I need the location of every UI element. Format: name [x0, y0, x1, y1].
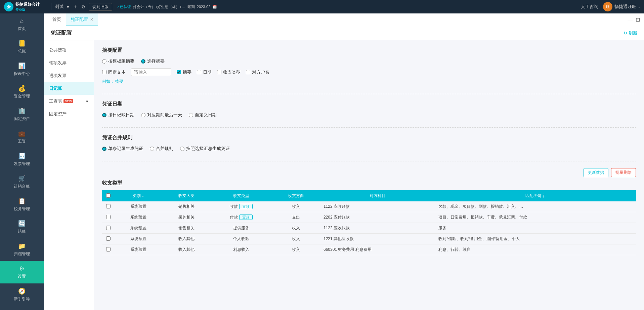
batch-delete-button[interactable]: 批量删除	[611, 168, 636, 177]
row-checkbox-cell[interactable]	[102, 244, 114, 255]
select-all-checkbox[interactable]	[106, 193, 111, 198]
sidebar-item-ledger[interactable]: 📒 总账	[0, 36, 44, 58]
tab-voucher-config[interactable]: 凭证配置 ✕	[66, 13, 98, 26]
user-menu[interactable]: 旺 畅捷通旺旺...	[603, 2, 640, 11]
summary-checkbox-row: 固定文本 摘要 日期 收支类型	[102, 68, 636, 76]
reports-icon: 📊	[18, 62, 26, 70]
sidebar-item-funds[interactable]: 💰 资金管理	[0, 81, 44, 103]
summary-checkbox-input[interactable]	[177, 70, 181, 74]
refresh-button[interactable]: ↻ 刷新	[624, 30, 637, 36]
radio-select[interactable]: 选择摘要	[141, 58, 165, 64]
col-category[interactable]: 类别 ↓	[114, 190, 162, 201]
radio-merge[interactable]: 合并规则	[150, 146, 173, 152]
tab-minimize-button[interactable]: —	[628, 17, 633, 23]
col-checkbox[interactable]	[102, 190, 114, 201]
row-checkbox-1[interactable]	[106, 215, 111, 219]
sidebar-item-tax[interactable]: 📋 税务管理	[0, 193, 44, 216]
company-dropdown-icon[interactable]: ▾	[67, 4, 69, 9]
sub-nav-public[interactable]: 公共选项	[44, 44, 94, 56]
sidebar-item-invoice[interactable]: 🧾 发票管理	[0, 148, 44, 171]
income-expense-title: 收支类型	[102, 180, 636, 186]
sidebar-item-assets[interactable]: 🏢 固定资产	[0, 103, 44, 126]
date-checkbox-input[interactable]	[197, 70, 201, 74]
radio-template[interactable]: 按模板版摘要	[102, 58, 134, 64]
fixed-text-input[interactable]	[131, 68, 171, 76]
row-checkbox-0[interactable]	[106, 204, 111, 208]
sidebar-item-settings[interactable]: ⚙ 设置	[0, 261, 44, 283]
settings-icon[interactable]: ⚙	[81, 4, 85, 9]
radio-single-input[interactable]	[102, 147, 106, 151]
sidebar-item-salary[interactable]: 💼 工资	[0, 126, 44, 148]
service-label[interactable]: 人工咨询	[581, 4, 598, 10]
tab-maximize-button[interactable]: ⊡	[636, 16, 640, 23]
row-category: 系统预置	[114, 212, 162, 223]
row-checkbox-cell[interactable]	[102, 223, 114, 234]
sidebar-item-member[interactable]: 👤 畅会员	[0, 306, 44, 310]
update-data-button[interactable]: 更新数据	[584, 168, 608, 177]
tab-home[interactable]: 首页	[48, 13, 66, 26]
row-subject: 1221 其他应收款	[320, 234, 435, 244]
tab-close-icon[interactable]: ✕	[90, 17, 93, 22]
sidebar-item-purchase[interactable]: 🛒 进销台账	[0, 171, 44, 193]
add-icon[interactable]: ＋	[73, 3, 78, 10]
sub-nav-purchase-invoice[interactable]: 进项发票	[44, 69, 94, 82]
counterpart-checkbox[interactable]: 对方户名	[246, 69, 269, 75]
row-checkbox-cell[interactable]	[102, 201, 114, 212]
radio-custom-date-label: 自定义日期	[195, 112, 217, 118]
row-keywords: 收到*借款、收到*备用金、退回*备用金、个人	[435, 234, 636, 244]
radio-template-input[interactable]	[102, 59, 106, 64]
fixed-text-label[interactable]: 固定文本	[102, 69, 126, 75]
row-checkbox-cell[interactable]	[102, 212, 114, 223]
income-type-checkbox[interactable]: 收支类型	[217, 69, 241, 75]
radio-custom-date-input[interactable]	[189, 113, 193, 117]
row-category: 系统预置	[114, 201, 162, 212]
radio-single[interactable]: 单条记录生成凭证	[102, 146, 143, 152]
new-badge: NEW	[63, 99, 73, 103]
income-type-checkbox-input[interactable]	[217, 70, 221, 74]
sidebar-item-archive[interactable]: 📁 归档管理	[0, 238, 44, 261]
row-checkbox-4[interactable]	[106, 247, 111, 251]
sidebar-label-assets: 固定资产	[14, 116, 30, 122]
radio-select-label: 选择摘要	[147, 58, 165, 64]
radio-select-total-input[interactable]	[180, 147, 184, 151]
radio-custom-date[interactable]: 自定义日期	[189, 112, 217, 118]
sidebar-item-settle[interactable]: 🔄 结账	[0, 216, 44, 238]
settle-icon: 🔄	[18, 220, 26, 227]
calendar-icon[interactable]: 📅	[212, 5, 217, 9]
switch-version-button[interactable]: 切到旧版	[89, 3, 112, 11]
radio-period-last[interactable]: 对应期间最后一天	[141, 112, 182, 118]
sidebar-label-salary: 工资	[18, 139, 26, 144]
radio-select-total[interactable]: 按照选择汇总生成凭证	[180, 146, 230, 152]
summary-section: 摘要配置 按模板版摘要 选择摘要	[102, 47, 636, 84]
date-checkbox[interactable]: 日期	[197, 69, 212, 75]
sub-nav-payroll[interactable]: 工资表 NEW ▾	[44, 95, 94, 108]
radio-period-last-input[interactable]	[141, 113, 145, 117]
summary-checkbox[interactable]: 摘要	[177, 69, 191, 75]
radio-template-label: 按模板版摘要	[108, 58, 134, 64]
funds-icon: 💰	[18, 85, 26, 92]
row-checkbox-cell[interactable]	[102, 234, 114, 244]
row-category: 系统预置	[114, 234, 162, 244]
row-subject: 1122 应收账款	[320, 223, 435, 234]
type-tag[interactable]: 置顶	[239, 215, 253, 220]
radio-journal-date-input[interactable]	[102, 113, 106, 117]
refresh-label: 刷新	[629, 30, 637, 36]
type-tag[interactable]: 置顶	[239, 204, 253, 209]
sub-nav-journal[interactable]: 日记账	[44, 82, 94, 95]
fixed-text-checkbox[interactable]	[102, 70, 106, 74]
radio-journal-date[interactable]: 按日记账日期	[102, 112, 134, 118]
sub-nav-sales-invoice[interactable]: 销项发票	[44, 56, 94, 69]
ledger-icon: 📒	[18, 40, 26, 47]
radio-merge-input[interactable]	[150, 147, 154, 151]
sidebar-item-home[interactable]: ⌂ 首页	[0, 13, 44, 36]
sidebar: ⌂ 首页 📒 总账 📊 报表中心 💰 资金管理 🏢 固定资产 💼 工资 🧾 发票…	[0, 13, 44, 310]
row-direction: 收入	[272, 223, 320, 234]
row-checkbox-3[interactable]	[106, 236, 111, 241]
sidebar-item-reports[interactable]: 📊 报表中心	[0, 58, 44, 81]
sub-nav-fixed-assets[interactable]: 固定资产	[44, 108, 94, 120]
radio-select-input[interactable]	[141, 59, 145, 64]
radio-period-last-label: 对应期间最后一天	[147, 112, 182, 118]
sidebar-item-guide[interactable]: 🧭 新手引导	[0, 283, 44, 306]
row-checkbox-2[interactable]	[106, 226, 111, 230]
counterpart-checkbox-input[interactable]	[246, 70, 250, 74]
